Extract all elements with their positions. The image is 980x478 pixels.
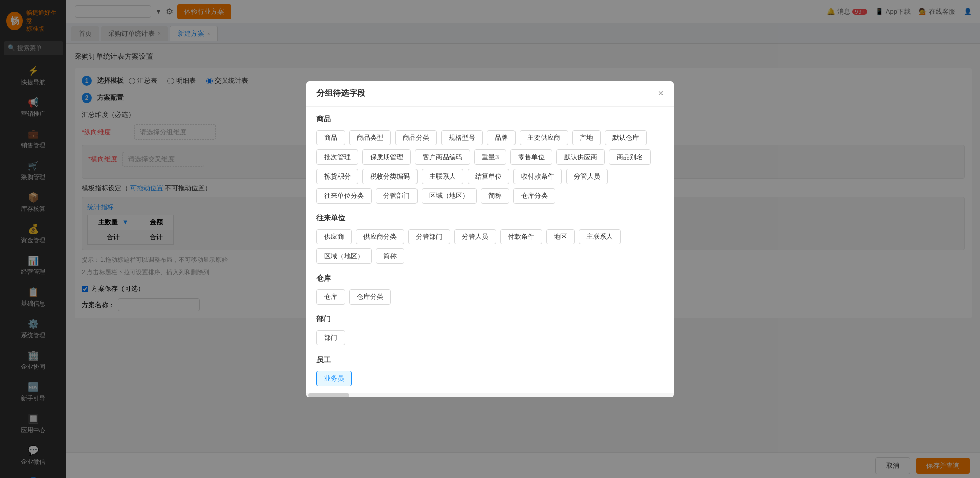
field-grid-warehouse: 仓库仓库分类 xyxy=(316,289,664,305)
field-tag[interactable]: 仓库分类 xyxy=(513,188,555,204)
field-tag[interactable]: 业务员 xyxy=(316,371,352,386)
field-tag[interactable]: 地区 xyxy=(546,229,575,244)
field-grid-department: 部门 xyxy=(316,330,664,345)
field-select-modal: 分组待选字段 × 商品商品商品类型商品分类规格型号品牌主要供应商产地默认仓库批次… xyxy=(306,81,674,397)
field-tag[interactable]: 主联系人 xyxy=(579,229,621,244)
field-grid-goods: 商品商品类型商品分类规格型号品牌主要供应商产地默认仓库批次管理保质期管理客户商品… xyxy=(316,130,664,204)
field-tag[interactable]: 分管部门 xyxy=(408,229,450,244)
field-tag[interactable]: 规格型号 xyxy=(441,130,483,145)
field-section-title-warehouse: 仓库 xyxy=(316,274,664,283)
field-tag[interactable]: 商品分类 xyxy=(395,130,437,145)
field-grid-staff: 业务员 xyxy=(316,371,664,386)
field-tag[interactable]: 部门 xyxy=(316,330,345,345)
field-tag[interactable]: 商品 xyxy=(316,130,345,145)
modal-overlay: 分组待选字段 × 商品商品商品类型商品分类规格型号品牌主要供应商产地默认仓库批次… xyxy=(0,0,980,478)
field-tag[interactable]: 拣货积分 xyxy=(316,169,358,184)
field-tag[interactable]: 税收分类编码 xyxy=(362,169,418,184)
field-tag[interactable]: 付款条件 xyxy=(500,229,542,244)
field-tag[interactable]: 商品别名 xyxy=(609,149,651,165)
field-section-partner: 往来单位供应商供应商分类分管部门分管人员付款条件地区主联系人区域（地区）简称 xyxy=(316,214,664,264)
field-tag[interactable]: 品牌 xyxy=(487,130,516,145)
field-tag[interactable]: 供应商 xyxy=(316,229,352,244)
field-tag[interactable]: 分管人员 xyxy=(454,229,496,244)
field-tag[interactable]: 简称 xyxy=(376,248,404,264)
field-tag[interactable]: 分管部门 xyxy=(376,188,418,204)
field-tag[interactable]: 默认仓库 xyxy=(605,130,647,145)
field-section-department: 部门部门 xyxy=(316,315,664,345)
field-tag[interactable]: 简称 xyxy=(481,188,509,204)
field-tag[interactable]: 往来单位分类 xyxy=(316,188,372,204)
field-section-title-department: 部门 xyxy=(316,315,664,324)
field-section-warehouse: 仓库仓库仓库分类 xyxy=(316,274,664,305)
field-section-staff: 员工业务员 xyxy=(316,356,664,386)
modal-close-button[interactable]: × xyxy=(658,88,664,99)
field-tag[interactable]: 仓库分类 xyxy=(349,289,391,305)
field-tag[interactable]: 结算单位 xyxy=(468,169,509,184)
field-tag[interactable]: 商品类型 xyxy=(349,130,391,145)
modal-hscroll[interactable] xyxy=(306,393,674,397)
field-tag[interactable]: 主联系人 xyxy=(422,169,463,184)
field-tag[interactable]: 区域（地区） xyxy=(422,188,477,204)
field-tag[interactable]: 收付款条件 xyxy=(513,169,562,184)
field-tag[interactable]: 仓库 xyxy=(316,289,345,305)
field-section-title-partner: 往来单位 xyxy=(316,214,664,223)
hscroll-thumb[interactable] xyxy=(308,393,349,397)
field-grid-partner: 供应商供应商分类分管部门分管人员付款条件地区主联系人区域（地区）简称 xyxy=(316,229,664,264)
field-tag[interactable]: 区域（地区） xyxy=(316,248,372,264)
field-tag[interactable]: 主要供应商 xyxy=(520,130,568,145)
field-tag[interactable]: 客户商品编码 xyxy=(415,149,470,165)
field-tag[interactable]: 零售单位 xyxy=(510,149,552,165)
field-section-title-goods: 商品 xyxy=(316,115,664,124)
field-tag[interactable]: 默认供应商 xyxy=(556,149,605,165)
field-tag[interactable]: 批次管理 xyxy=(316,149,358,165)
field-tag[interactable]: 分管人员 xyxy=(566,169,608,184)
field-tag[interactable]: 保质期管理 xyxy=(362,149,411,165)
field-tag[interactable]: 重量3 xyxy=(474,149,506,165)
field-section-goods: 商品商品商品类型商品分类规格型号品牌主要供应商产地默认仓库批次管理保质期管理客户… xyxy=(316,115,664,204)
modal-body: 商品商品商品类型商品分类规格型号品牌主要供应商产地默认仓库批次管理保质期管理客户… xyxy=(306,107,674,393)
modal-header: 分组待选字段 × xyxy=(306,81,674,107)
field-tag[interactable]: 供应商分类 xyxy=(356,229,404,244)
field-tag[interactable]: 产地 xyxy=(572,130,601,145)
field-section-title-staff: 员工 xyxy=(316,356,664,365)
modal-title: 分组待选字段 xyxy=(316,88,365,99)
